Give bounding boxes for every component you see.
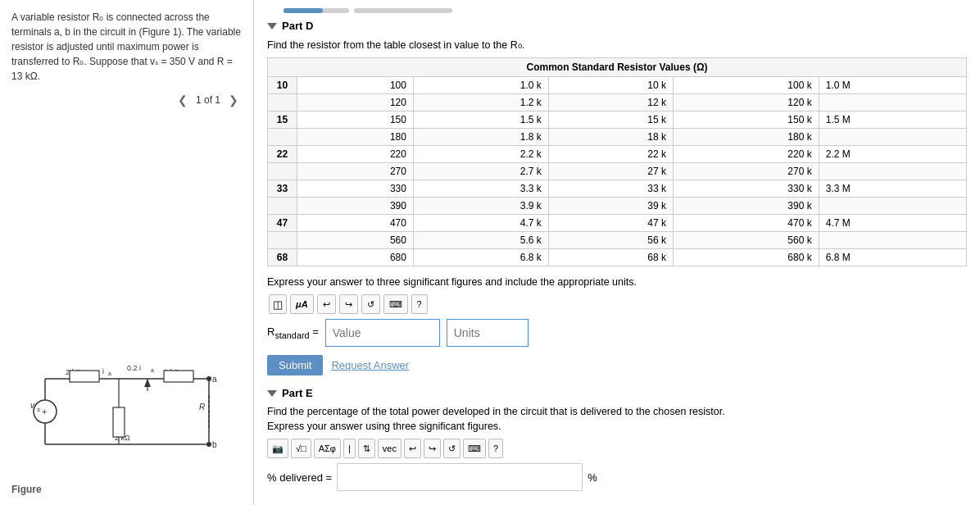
progress-bar-row xyxy=(267,8,967,13)
redo-btn-e[interactable]: ↪ xyxy=(424,439,441,458)
table-row: 686806.8 k68 k680 k6.8 M xyxy=(268,249,967,266)
cell: 470 k xyxy=(674,215,819,232)
answer-input-d[interactable] xyxy=(325,319,440,347)
cell: 1.0 k xyxy=(413,77,548,94)
cell: 680 xyxy=(297,249,414,266)
row-label xyxy=(268,198,297,215)
cell: 220 k xyxy=(674,146,819,163)
answer-row-e: % delivered = % xyxy=(267,463,967,491)
undo-btn[interactable]: ↩ xyxy=(317,294,336,314)
cell: 390 k xyxy=(674,198,819,215)
find-text: Find the resistor from the table closest… xyxy=(267,39,967,51)
table-row: 151501.5 k15 k150 k1.5 M xyxy=(268,111,967,129)
nav-next-button[interactable]: ❯ xyxy=(225,92,242,108)
answer-label-e: % delivered = xyxy=(267,471,332,484)
cell: 2.2 M xyxy=(819,146,966,163)
cell: 3.3 k xyxy=(413,180,548,198)
left-panel: A variable resistor R₀ is connected acro… xyxy=(0,0,254,505)
svg-rect-17 xyxy=(164,371,193,382)
vec-btn[interactable]: vec xyxy=(378,439,402,458)
cell: 100 xyxy=(297,77,414,94)
nav-prev-button[interactable]: ❮ xyxy=(175,92,191,108)
row-label: 22 xyxy=(268,146,297,163)
cell: 1.0 M xyxy=(819,77,966,94)
row-label xyxy=(268,94,297,111)
row-label: 68 xyxy=(268,249,297,266)
cell: 270 k xyxy=(674,163,819,180)
pipe-btn[interactable]: | xyxy=(343,439,356,458)
img-btn[interactable]: 📷 xyxy=(267,439,288,458)
help-btn[interactable]: ? xyxy=(411,294,428,314)
reset-btn-e[interactable]: ↺ xyxy=(443,439,461,458)
row-label xyxy=(268,129,297,146)
cell: 3.9 k xyxy=(413,198,548,215)
part-d-toggle[interactable] xyxy=(267,23,277,30)
part-e-header: Part E xyxy=(267,387,967,399)
submit-button[interactable]: Submit xyxy=(267,355,323,375)
table-row: 1801.8 k18 k180 k xyxy=(268,129,967,146)
cell: 18 k xyxy=(548,129,673,146)
matrix-btn[interactable]: ◫ xyxy=(269,294,287,314)
svg-text:a: a xyxy=(212,375,217,384)
alpha-btn[interactable]: AΣφ xyxy=(314,439,341,458)
mu-btn[interactable]: μA xyxy=(290,294,314,314)
sqrt-btn[interactable]: √□ xyxy=(291,439,311,458)
keyboard-btn-e[interactable]: ⌨ xyxy=(463,439,486,458)
svg-text:b: b xyxy=(212,440,217,449)
undo-btn-e[interactable]: ↩ xyxy=(404,439,421,458)
cell xyxy=(819,94,966,111)
cell: 1.5 M xyxy=(819,111,966,129)
row-label xyxy=(268,163,297,180)
answer-label-d: Rstandard = xyxy=(267,325,319,340)
cell: 2.2 k xyxy=(413,146,548,163)
cell xyxy=(819,198,966,215)
cell: 22 k xyxy=(548,146,673,163)
circuit-area: ❮ 1 of 1 ❯ + v s 2 kΩ i a xyxy=(11,92,242,477)
right-panel: Part D Find the resistor from the table … xyxy=(254,0,980,505)
cell: 12 k xyxy=(548,94,673,111)
svg-text:0.2 i: 0.2 i xyxy=(127,364,141,372)
progress-line xyxy=(354,8,452,13)
part-e-text2: Express your answer using three signific… xyxy=(267,421,967,432)
cell: 560 xyxy=(297,232,414,249)
cell: 100 k xyxy=(674,77,819,94)
part-e-toggle[interactable] xyxy=(267,390,277,397)
table-row: 3903.9 k39 k390 k xyxy=(268,198,967,215)
resistor-table-container: Common Standard Resistor Values (Ω) 1010… xyxy=(267,57,967,266)
row-label: 47 xyxy=(268,215,297,232)
table-row: 5605.6 k56 k560 k xyxy=(268,232,967,249)
svg-text:R: R xyxy=(199,403,205,412)
table-row: 474704.7 k47 k470 k4.7 M xyxy=(268,215,967,232)
cell: 4.7 M xyxy=(819,215,966,232)
cell: 390 xyxy=(297,198,414,215)
cell: 2.7 k xyxy=(413,163,548,180)
svg-point-26 xyxy=(206,442,211,447)
svg-text:i: i xyxy=(102,367,104,375)
cell: 4.7 k xyxy=(413,215,548,232)
redo-btn[interactable]: ↪ xyxy=(339,294,358,314)
table-row: 2702.7 k27 k270 k xyxy=(268,163,967,180)
keyboard-btn[interactable]: ⌨ xyxy=(383,294,408,314)
cell: 470 xyxy=(297,215,414,232)
cell: 6.8 M xyxy=(819,249,966,266)
table-row: 1201.2 k12 k120 k xyxy=(268,94,967,111)
help-btn-e[interactable]: ? xyxy=(488,439,503,458)
cell: 47 k xyxy=(548,215,673,232)
answer-input-e[interactable] xyxy=(337,463,583,491)
cell xyxy=(819,129,966,146)
cell: 150 k xyxy=(674,111,819,129)
circuit-diagram: + v s 2 kΩ i a 0.2 i a 2 kΩ 2 kΩ xyxy=(20,362,234,469)
part-e-title: Part E xyxy=(282,387,313,399)
units-input-d[interactable] xyxy=(447,319,529,347)
t-btn[interactable]: ⇅ xyxy=(358,439,375,458)
reset-btn[interactable]: ↺ xyxy=(361,294,380,314)
row-label: 10 xyxy=(268,77,297,94)
answer-toolbar-e: 📷 √□ AΣφ | ⇅ vec ↩ ↪ ↺ ⌨ ? xyxy=(267,439,967,458)
answer-row-d: Rstandard = xyxy=(267,319,967,347)
part-d-header: Part D xyxy=(267,20,967,32)
cell: 330 xyxy=(297,180,414,198)
cell: 150 xyxy=(297,111,414,129)
request-answer-link[interactable]: Request Answer xyxy=(331,359,409,371)
cell: 33 k xyxy=(548,180,673,198)
submit-row: Submit Request Answer xyxy=(267,355,967,375)
